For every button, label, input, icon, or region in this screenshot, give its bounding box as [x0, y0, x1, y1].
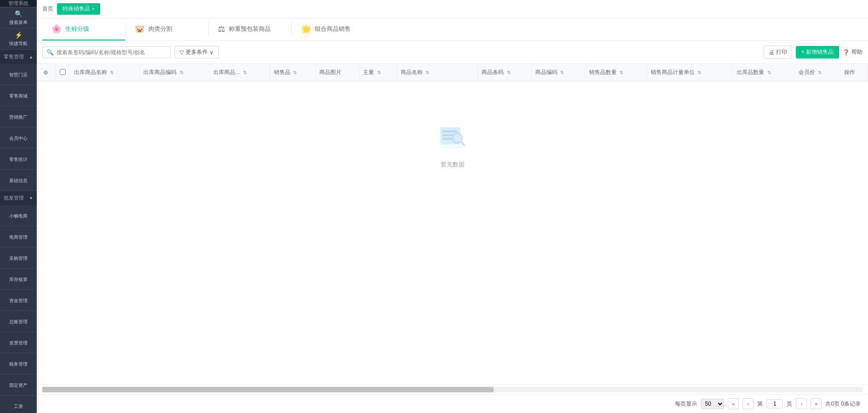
search-input[interactable] [57, 49, 167, 56]
print-label: 打印 [776, 48, 787, 56]
search-icon: 🔍 [46, 49, 54, 56]
empty-icon [434, 118, 471, 155]
page-number-input[interactable] [766, 399, 783, 408]
sort-icon-sales-qty: ⇅ [619, 70, 623, 75]
sidebar-item-ecommerce-mgmt[interactable]: 电商管理 [0, 226, 37, 247]
sidebar-item-retail-stats[interactable]: 零售统计 [0, 149, 37, 170]
tab-combo-sales[interactable]: 🌟 组合商品销售 [292, 18, 374, 40]
filter-button[interactable]: ▽ 更多条件 ∨ [175, 46, 219, 58]
add-button-label: + 新增销售品 [801, 48, 834, 56]
sidebar-item-fixed-assets[interactable]: 固定资产 [0, 374, 37, 396]
col-member-price[interactable]: 会员价 ⇅ [794, 64, 840, 81]
col-product-barcode[interactable]: 商品条码 ⇅ [478, 64, 532, 81]
sidebar-item-basic-info[interactable]: 基础信息 [0, 170, 37, 191]
col-out-qty[interactable]: 出库品数量 ⇅ [733, 64, 794, 81]
filter-icon: ▽ [180, 49, 184, 56]
sidebar-item-retail-stats-label: 零售统计 [9, 156, 28, 163]
sidebar-item-sales-promo-label: 营销推广 [9, 114, 28, 120]
col-settings[interactable]: ⚙ [37, 64, 55, 81]
col-product-image: 商品图片 [315, 64, 359, 81]
page-size-label: 每页显示 [675, 400, 697, 408]
sidebar-item-basic-info-label: 基础信息 [9, 178, 28, 184]
tab-fresh-grade[interactable]: 🌸 生鲜分级 [42, 18, 125, 40]
tab-close-icon[interactable]: × [92, 6, 95, 11]
tab-fresh-grade-label: 生鲜分级 [65, 25, 89, 33]
print-icon: 🖨 [769, 49, 774, 56]
sidebar-item-inventory-check[interactable]: 库存核算 [0, 269, 37, 290]
sidebar-item-mini-ecommerce-label: 小畅电商 [9, 213, 28, 219]
select-all-checkbox[interactable] [60, 69, 66, 75]
sidebar-item-invoice-mgmt[interactable]: 发票管理 [0, 332, 37, 353]
sidebar-item-retail-mall-label: 零售商城 [9, 93, 28, 99]
help-icon: ❓ [843, 49, 850, 56]
sidebar-item-purchase-mgmt[interactable]: 采购管理 [0, 247, 37, 269]
add-product-button[interactable]: + 新增销售品 [796, 46, 839, 58]
help-button[interactable]: ❓ 帮助 [843, 48, 862, 56]
search-box[interactable]: 🔍 [42, 46, 171, 58]
tab-weighed-prepack[interactable]: ⚖ 称重预包装商品 [209, 18, 291, 40]
sidebar-item-member-center[interactable]: 会员中心 [0, 127, 37, 149]
sidebar-item-invoice-mgmt-label: 发票管理 [9, 340, 28, 346]
topbar: 首页 特殊销售品 × [37, 0, 868, 18]
sort-icon-product-barcode: ⇅ [507, 70, 511, 75]
sidebar-item-purchase-mgmt-label: 采购管理 [9, 255, 28, 262]
col-sales-unit[interactable]: 销售商品计量单位 ⇅ [647, 64, 732, 81]
scrollbar-thumb [42, 387, 494, 392]
active-tab[interactable]: 特殊销售品 × [57, 3, 100, 15]
next-page-button[interactable]: › [796, 398, 807, 409]
filter-label: 更多条件 [186, 48, 208, 56]
product-type-tabs: 🌸 生鲜分级 🐷 肉类分割 ⚖ 称重预包装商品 🌟 组合商品销售 [37, 18, 868, 41]
sidebar-item-member-center-label: 会员中心 [9, 135, 28, 142]
print-button[interactable]: 🖨 打印 [764, 46, 792, 59]
help-label: 帮助 [851, 48, 862, 56]
filter-arrow-icon: ∨ [210, 49, 214, 56]
col-out-product-name[interactable]: 出库商品名称 ⇅ [70, 64, 140, 81]
prev-page-button[interactable]: ‹ [743, 398, 754, 409]
sidebar-item-tax-mgmt-label: 税务管理 [9, 361, 28, 367]
svg-point-6 [453, 134, 461, 142]
page-size-select[interactable]: 50 10 20 100 [701, 399, 724, 409]
col-out-product-code[interactable]: 出库商品编码 ⇅ [140, 64, 210, 81]
sidebar-item-salary[interactable]: 工资 [0, 396, 37, 413]
sidebar-item-search-label: 搜索菜单 [9, 19, 28, 26]
bottom-section [37, 384, 868, 394]
pagination: 每页显示 50 10 20 100 « ‹ 第 页 › » 共0页 0条记录 [37, 394, 868, 413]
sidebar-item-fixed-assets-label: 固定资产 [9, 382, 28, 389]
sidebar-item-retail-mgmt[interactable]: 零售管理 ▲ [0, 50, 37, 64]
tab-combo-sales-label: 组合商品销售 [315, 25, 351, 33]
sort-icon-sales-product: ⇅ [293, 70, 297, 75]
sort-icon-out-qty: ⇅ [767, 70, 771, 75]
jump-to-label: 第 [757, 400, 763, 408]
active-tab-label: 特殊销售品 [62, 5, 90, 13]
col-product-code[interactable]: 商品编码 ⇅ [531, 64, 585, 81]
product-table: ⚙ 出库商品名称 ⇅ 出库商品编码 ⇅ 出库商品 [37, 64, 868, 81]
sidebar: 管理系统 🔍 搜索菜单 ⚡ 快捷导航 零售管理 ▲ 智慧门店 零售商城 营销推广… [0, 0, 37, 413]
meat-division-icon: 🐷 [135, 24, 145, 34]
tab-meat-division[interactable]: 🐷 肉类分割 [125, 18, 208, 40]
sidebar-item-search[interactable]: 🔍 搜索菜单 [0, 7, 37, 29]
first-page-button[interactable]: « [728, 398, 739, 409]
sidebar-item-finance-mgmt[interactable]: 资金管理 [0, 290, 37, 311]
col-product-name[interactable]: 商品名称 ⇅ [397, 64, 477, 81]
col-checkbox[interactable] [55, 64, 70, 81]
col-main-weight[interactable]: 主量 ⇅ [359, 64, 397, 81]
sidebar-item-mini-ecommerce[interactable]: 小畅电商 [0, 205, 37, 226]
tab-weighed-prepack-label: 称重预包装商品 [229, 25, 271, 33]
main-area: 首页 特殊销售品 × 🌸 生鲜分级 🐷 肉类分割 ⚖ 称重预包装商品 [37, 0, 868, 413]
col-sales-product[interactable]: 销售品 ⇅ [270, 64, 315, 81]
sidebar-item-quick-nav[interactable]: ⚡ 快捷导航 [0, 29, 37, 50]
toolbar-right: 🖨 打印 + 新增销售品 ❓ 帮助 [764, 46, 862, 59]
col-sales-qty[interactable]: 销售品数量 ⇅ [585, 64, 647, 81]
sidebar-item-smart-store[interactable]: 智慧门店 [0, 64, 37, 85]
sidebar-item-sales-promo[interactable]: 营销推广 [0, 106, 37, 127]
horizontal-scrollbar[interactable] [42, 387, 862, 392]
sidebar-item-wholesale-mgmt[interactable]: 批发管理 ▼ [0, 191, 37, 205]
empty-text: 暂无数据 [441, 161, 465, 169]
col-out-product-x[interactable]: 出库商品... ⇅ [210, 64, 270, 81]
page-unit-label: 页 [787, 400, 792, 408]
sidebar-item-ledger-mgmt[interactable]: 总账管理 [0, 311, 37, 332]
sidebar-item-tax-mgmt[interactable]: 税务管理 [0, 353, 37, 374]
home-breadcrumb[interactable]: 首页 [42, 5, 53, 13]
sidebar-item-retail-mall[interactable]: 零售商城 [0, 85, 37, 106]
last-page-button[interactable]: » [811, 398, 822, 409]
